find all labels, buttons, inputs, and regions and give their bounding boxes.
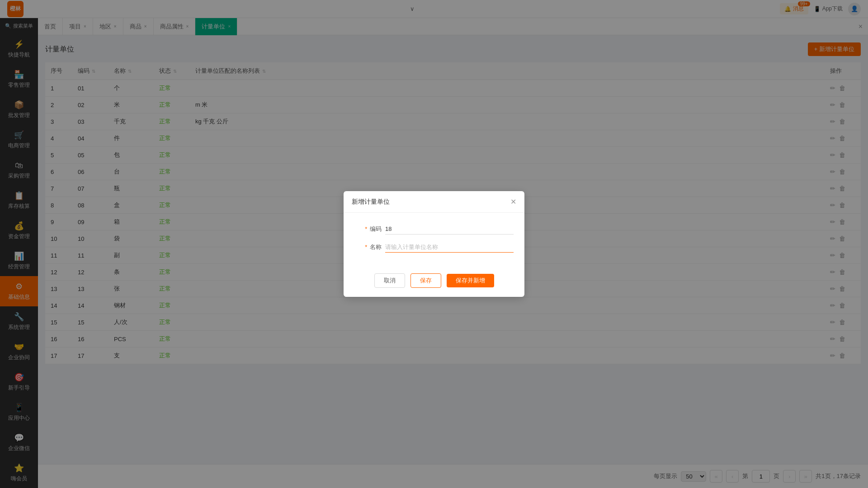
modal-title: 新增计量单位 [352,198,390,206]
save-and-new-button[interactable]: 保存并新增 [447,274,494,287]
cancel-button[interactable]: 取消 [374,273,405,288]
code-required-mark: * [365,225,367,232]
modal-header: 新增计量单位 ✕ [344,191,524,213]
name-label: * 名称 [354,243,382,251]
code-input[interactable] [385,224,514,235]
code-label: * 编码 [354,225,382,233]
add-unit-modal: 新增计量单位 ✕ * 编码 * 名称 取消 保存 保存并新增 [344,191,524,297]
modal-overlay: 新增计量单位 ✕ * 编码 * 名称 取消 保存 保存并新增 [0,0,868,488]
code-field-row: * 编码 [354,224,514,235]
modal-footer: 取消 保存 保存并新增 [344,267,524,297]
name-input[interactable] [385,242,514,253]
modal-body: * 编码 * 名称 [344,213,524,267]
name-field-row: * 名称 [354,242,514,253]
modal-close-button[interactable]: ✕ [510,197,516,206]
save-button[interactable]: 保存 [410,273,441,288]
name-required-mark: * [365,244,367,250]
